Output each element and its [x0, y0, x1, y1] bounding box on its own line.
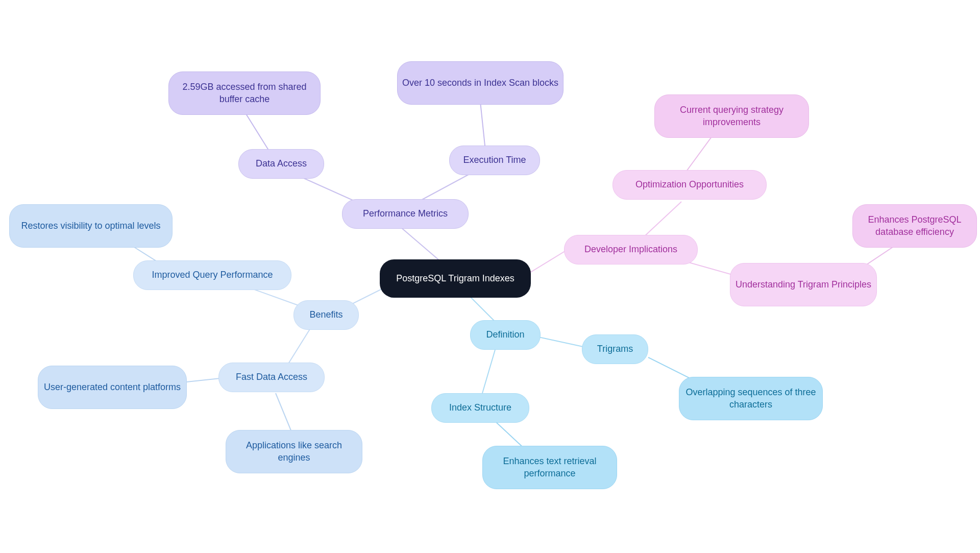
- def-idx-leaf[interactable]: Enhances text retrieval performance: [482, 446, 617, 489]
- def-trig-node[interactable]: Trigrams: [582, 334, 648, 364]
- ben-fast-node[interactable]: Fast Data Access: [218, 363, 325, 392]
- ben-fast-leaf1-label: User-generated content platforms: [44, 381, 181, 393]
- def-label: Definition: [486, 329, 524, 341]
- svg-line-8: [643, 202, 681, 237]
- perf-exec-leaf-label: Over 10 seconds in Index Scan blocks: [402, 77, 558, 89]
- perf-exec-label: Execution Time: [463, 154, 526, 166]
- ben-iqp-label: Improved Query Performance: [152, 269, 273, 281]
- svg-line-18: [286, 327, 311, 368]
- dev-label: Developer Implications: [584, 244, 677, 255]
- def-idx-leaf-label: Enhances text retrieval performance: [487, 455, 612, 479]
- perf-data-label: Data Access: [256, 158, 307, 170]
- ben-fast-label: Fast Data Access: [236, 371, 307, 383]
- def-trig-label: Trigrams: [597, 343, 633, 355]
- def-trig-leaf-label: Overlapping sequences of three character…: [683, 387, 818, 411]
- svg-line-9: [687, 133, 715, 171]
- root-node[interactable]: PostgreSQL Trigram Indexes: [380, 259, 531, 298]
- dev-und-leaf-label: Enhances PostgreSQL database efficiency: [857, 214, 972, 238]
- dev-und-leaf[interactable]: Enhances PostgreSQL database efficiency: [852, 204, 977, 248]
- def-trig-leaf[interactable]: Overlapping sequences of three character…: [679, 377, 823, 420]
- def-node[interactable]: Definition: [470, 320, 541, 350]
- perf-node[interactable]: Performance Metrics: [342, 199, 469, 229]
- perf-label: Performance Metrics: [363, 208, 448, 220]
- dev-und-node[interactable]: Understanding Trigram Principles: [730, 263, 877, 306]
- perf-data-node[interactable]: Data Access: [238, 149, 324, 179]
- ben-node[interactable]: Benefits: [293, 300, 359, 330]
- perf-data-leaf[interactable]: 2.59GB accessed from shared buffer cache: [168, 71, 321, 115]
- ben-label: Benefits: [309, 309, 342, 321]
- dev-opt-leaf[interactable]: Current querying strategy improvements: [654, 94, 809, 138]
- ben-iqp-leaf-label: Restores visibility to optimal levels: [21, 220, 160, 232]
- perf-exec-leaf[interactable]: Over 10 seconds in Index Scan blocks: [397, 61, 564, 105]
- ben-iqp-leaf[interactable]: Restores visibility to optimal levels: [9, 204, 173, 248]
- root-label: PostgreSQL Trigram Indexes: [396, 273, 514, 284]
- perf-exec-node[interactable]: Execution Time: [449, 146, 540, 175]
- dev-node[interactable]: Developer Implications: [564, 235, 698, 265]
- def-idx-node[interactable]: Index Structure: [431, 393, 529, 423]
- ben-fast-leaf2[interactable]: Applications like search engines: [226, 430, 362, 473]
- svg-line-7: [245, 112, 271, 153]
- perf-data-leaf-label: 2.59GB accessed from shared buffer cache: [173, 81, 316, 105]
- dev-opt-label: Optimization Opportunities: [635, 179, 744, 190]
- ben-iqp-node[interactable]: Improved Query Performance: [133, 260, 291, 290]
- dev-opt-node[interactable]: Optimization Opportunities: [612, 170, 767, 200]
- svg-line-14: [482, 350, 495, 393]
- dev-opt-leaf-label: Current querying strategy improvements: [659, 104, 804, 128]
- def-idx-label: Index Structure: [449, 402, 511, 414]
- ben-fast-leaf2-label: Applications like search engines: [230, 440, 358, 464]
- ben-fast-leaf1[interactable]: User-generated content platforms: [38, 366, 187, 409]
- dev-und-label: Understanding Trigram Principles: [736, 279, 871, 291]
